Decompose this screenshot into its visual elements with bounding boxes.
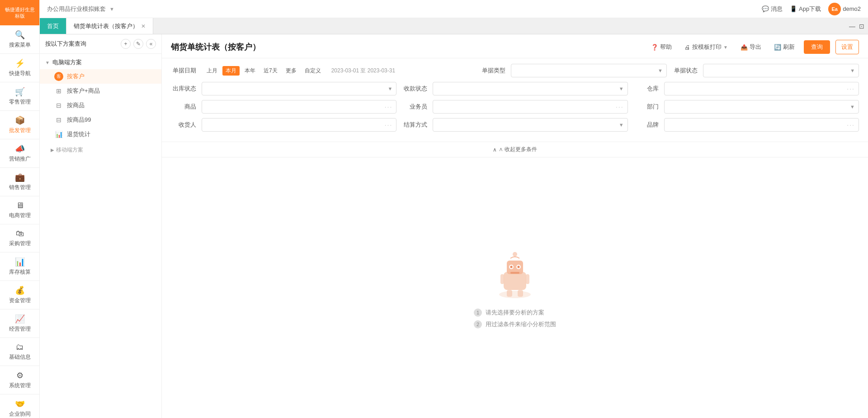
page-title: 销货单统计表（按客户）	[171, 42, 260, 52]
sidebar-item-search[interactable]: 🔍 搜索菜单	[0, 25, 39, 54]
tip-num-1: 1	[474, 309, 482, 317]
svg-rect-1	[504, 272, 526, 290]
sidebar-item-enterprise[interactable]: 🤝 企业协同	[0, 394, 39, 418]
out-status-input[interactable]: ▼	[202, 82, 396, 95]
ds-more[interactable]: 更多	[283, 66, 300, 76]
svg-point-0	[499, 291, 531, 298]
tree-section-desktop: ▼ 电脑端方案 客 按客户 ⊞ 按客户+商品 ⊟ 按商品 ⊟ 按商品	[40, 54, 161, 143]
sidebar-item-marketing[interactable]: 📣 营销推广	[0, 139, 39, 168]
settings-button[interactable]: 设置	[835, 40, 859, 54]
ds-this-year[interactable]: 本年	[241, 66, 259, 76]
app-download-button[interactable]: 📱 App下载	[790, 5, 821, 13]
sidebar-item-system[interactable]: ⚙ 系统管理	[0, 366, 39, 394]
receipt-status-input[interactable]: ▼	[433, 82, 627, 95]
sidebar-item-finance[interactable]: 💰 资金管理	[0, 281, 39, 309]
left-panel: 按以下方案查询 + ✎ « ▼ 电脑端方案 客	[40, 34, 162, 418]
sidebar-logo: 畅捷通好生意 标版	[0, 0, 39, 25]
tree-child-by-customer-goods[interactable]: ⊞ 按客户+商品	[40, 84, 161, 98]
ds-this-month[interactable]: 本月	[222, 66, 240, 76]
brand-input[interactable]: ···	[664, 118, 859, 132]
message-icon: 💬	[762, 5, 769, 12]
tree-parent-desktop[interactable]: ▼ 电脑端方案	[40, 56, 161, 69]
user-profile-button[interactable]: Ea demo2	[828, 3, 861, 15]
empty-tip-1: 1 请先选择要分析的方案	[474, 309, 556, 317]
wholesale-icon: 📦	[15, 115, 25, 125]
system-icon: ⚙	[16, 370, 24, 380]
sidebar-item-wholesale[interactable]: 📦 批发管理	[0, 111, 39, 139]
tab-bar: 首页 销货单统计表（按客户） ✕ — ⊡	[40, 18, 868, 34]
tree-child-by-goods[interactable]: ⊟ 按商品	[40, 98, 161, 113]
search-icon: 🔍	[15, 30, 25, 40]
consignee-dots: ···	[385, 121, 393, 128]
inventory-icon: 📊	[15, 257, 25, 267]
empty-tip-2: 2 用过滤条件来缩小分析范围	[474, 320, 556, 328]
refresh-button[interactable]: 🔄 刷新	[770, 41, 798, 53]
order-status-input[interactable]: ▼	[703, 64, 859, 77]
tab-sales-stat-label: 销货单统计表（按客户）	[74, 22, 138, 30]
header-right: 💬 消息 📱 App下载 Ea demo2	[762, 3, 861, 15]
department-input[interactable]: ▼	[664, 100, 859, 114]
warehouse-input[interactable]: ···	[664, 82, 859, 95]
order-type-input[interactable]: ▼	[511, 64, 667, 77]
page-actions: ❓ 帮助 🖨 按模板打印 ▼ 📤 导出 🔄 刷新	[647, 40, 859, 54]
payment-arrow: ▼	[619, 122, 624, 128]
logo-subtext: 标版	[15, 13, 25, 19]
ds-custom[interactable]: 自定义	[302, 66, 324, 76]
sidebar-item-retail[interactable]: 🛒 零售管理	[0, 82, 39, 111]
tree-collapse-arrow: ▶	[51, 147, 54, 152]
sidebar-item-ecommerce[interactable]: 🖥 电商管理	[0, 196, 39, 224]
svg-rect-7	[510, 272, 519, 274]
export-button[interactable]: 📤 导出	[737, 41, 765, 53]
sidebar-item-operation[interactable]: 📈 经营管理	[0, 309, 39, 338]
tab-close-button[interactable]: ✕	[141, 23, 146, 29]
scheme-list2-icon: ⊟	[54, 115, 63, 124]
tab-home[interactable]: 首页	[40, 18, 66, 34]
account-dropdown-arrow[interactable]: ▼	[109, 6, 114, 12]
consignee-input[interactable]: ···	[202, 118, 396, 132]
main-area: 办公用品行业模拟账套 ▼ 💬 消息 📱 App下载 Ea demo2 首页	[40, 0, 868, 418]
page-title-bar: 销货单统计表（按客户） ❓ 帮助 🖨 按模板打印 ▼ 📤 导出	[162, 34, 868, 58]
goods-input[interactable]: ···	[202, 100, 396, 114]
collapse-bar[interactable]: ∧ ∧ 收起更多条件	[162, 142, 868, 157]
date-shortcuts: 上月 本月 本年 近7天 更多 自定义	[203, 66, 324, 76]
date-label: 单据日期	[171, 66, 196, 75]
order-type-arrow: ▼	[658, 68, 663, 73]
query-button[interactable]: 查询	[804, 40, 830, 54]
svg-rect-8	[500, 274, 504, 284]
print-button[interactable]: 🖨 按模板打印 ▼	[681, 41, 731, 53]
collapse-up-icon: ∧	[493, 147, 497, 153]
order-status-arrow: ▼	[850, 68, 855, 73]
message-button[interactable]: 💬 消息	[762, 5, 783, 13]
window-minimize-button[interactable]: —	[849, 23, 855, 30]
sidebar-item-sales[interactable]: 💼 销售管理	[0, 168, 39, 196]
salesperson-input[interactable]: ···	[433, 100, 627, 114]
sidebar-item-inventory[interactable]: 📊 库存核算	[0, 252, 39, 281]
tab-home-label: 首页	[47, 22, 59, 30]
order-status-label: 单据状态	[672, 66, 698, 75]
ds-last7days[interactable]: 近7天	[260, 66, 281, 76]
tab-sales-stat[interactable]: 销货单统计表（按客户） ✕	[66, 18, 153, 34]
scheme-grid-icon: ⊞	[54, 86, 63, 95]
window-maximize-button[interactable]: ⊡	[859, 23, 864, 30]
purchase-icon: 🛍	[16, 229, 24, 238]
help-button[interactable]: ❓ 帮助	[647, 41, 675, 53]
ecommerce-icon: 🖥	[16, 201, 24, 210]
collapse-panel-button[interactable]: «	[146, 39, 156, 49]
help-icon: ❓	[651, 44, 658, 51]
payment-input[interactable]: ▼	[433, 118, 627, 132]
tree-parent-mobile[interactable]: ▶ 移动端方案	[40, 143, 161, 157]
sidebar-item-purchase[interactable]: 🛍 采购管理	[0, 224, 39, 252]
logo-text: 畅捷通好生意	[5, 6, 35, 13]
retail-icon: 🛒	[15, 87, 25, 97]
sidebar-item-quick-nav[interactable]: ⚡ 快捷导航	[0, 54, 39, 82]
sidebar-item-basic[interactable]: 🗂 基础信息	[0, 338, 39, 366]
out-status-label: 出库状态	[171, 85, 196, 93]
tree-child-by-goods99[interactable]: ⊟ 按商品99	[40, 113, 161, 127]
ds-last-month[interactable]: 上月	[203, 66, 221, 76]
edit-scheme-button[interactable]: ✎	[133, 39, 143, 49]
tree-child-return-stat[interactable]: 📊 退货统计	[40, 127, 161, 142]
add-scheme-button[interactable]: +	[121, 39, 131, 49]
scheme-active-icon: 客	[54, 72, 63, 81]
tree-child-by-customer[interactable]: 客 按客户	[40, 69, 161, 84]
refresh-icon: 🔄	[774, 44, 781, 51]
